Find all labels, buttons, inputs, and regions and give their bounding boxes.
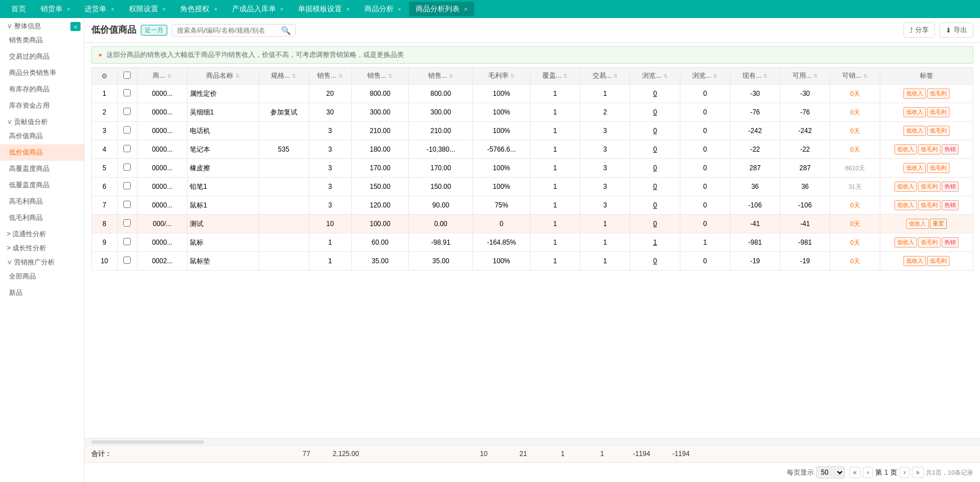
close-icon[interactable]: × bbox=[280, 6, 284, 12]
nav-roles[interactable]: 角色授权 × bbox=[173, 2, 224, 16]
col-cover[interactable]: 覆盖... ⇅ bbox=[530, 68, 580, 85]
row-checkbox[interactable] bbox=[123, 257, 131, 264]
row-checkbox-cell bbox=[117, 215, 137, 233]
sidebar-item-high-coverage[interactable]: 高覆盖度商品 bbox=[0, 161, 84, 177]
next-page-btn[interactable]: › bbox=[899, 467, 910, 478]
nav-purchase[interactable]: 进货单 × bbox=[78, 2, 121, 16]
share-button[interactable]: ⤴ 分享 bbox=[903, 23, 935, 38]
settings-icon[interactable]: ⚙ bbox=[101, 72, 108, 80]
browse-link[interactable]: 0 bbox=[653, 108, 657, 116]
row-qty: 3 bbox=[309, 178, 351, 196]
row-checkbox[interactable] bbox=[123, 219, 131, 227]
collapse-sidebar-btn[interactable]: « bbox=[70, 22, 81, 31]
footer-gross bbox=[419, 449, 464, 459]
browse-link[interactable]: 0 bbox=[653, 90, 657, 98]
col-settings[interactable]: ⚙ bbox=[92, 68, 118, 85]
scroll-track[interactable] bbox=[91, 440, 204, 444]
col-available[interactable]: 可用... ⇅ bbox=[780, 68, 830, 85]
row-gross: 100% bbox=[473, 103, 530, 122]
first-page-btn[interactable]: « bbox=[849, 467, 861, 478]
sidebar-item-high-margin[interactable]: 高毛利商品 bbox=[0, 193, 84, 210]
col-qty[interactable]: 销售... ⇅ bbox=[309, 68, 351, 85]
browse-link[interactable]: 0 bbox=[653, 127, 657, 135]
row-name: 铅笔1 bbox=[187, 178, 259, 196]
sidebar-item-inventory[interactable]: 有库存的商品 bbox=[0, 81, 84, 98]
sidebar-item-all-products[interactable]: 全部商品 bbox=[0, 268, 84, 285]
close-icon[interactable]: × bbox=[464, 6, 467, 12]
sellable-display: 8610天 bbox=[845, 165, 865, 171]
sidebar-item-category-rate[interactable]: 商品分类销售率 bbox=[0, 65, 84, 81]
sidebar-group-growth[interactable]: > 成长性分析 bbox=[0, 240, 84, 254]
last-page-btn[interactable]: » bbox=[912, 467, 924, 478]
row-checkbox[interactable] bbox=[123, 108, 131, 115]
select-all-checkbox[interactable] bbox=[123, 72, 131, 79]
sidebar-item-sales-products[interactable]: 销售类商品 bbox=[0, 32, 84, 48]
sidebar-item-low-value[interactable]: 低价值商品 bbox=[0, 144, 84, 161]
col-trade[interactable]: 交易... ⇅ bbox=[580, 68, 630, 85]
search-input[interactable] bbox=[177, 26, 279, 34]
row-code: 0000... bbox=[137, 140, 188, 159]
close-icon[interactable]: × bbox=[111, 6, 114, 12]
col-sellable[interactable]: 可销... ⇅ bbox=[830, 68, 880, 85]
row-checkbox[interactable] bbox=[123, 126, 131, 134]
prev-page-btn[interactable]: ‹ bbox=[863, 467, 873, 478]
per-page-select[interactable]: 50 100 200 bbox=[816, 466, 845, 479]
row-checkbox[interactable] bbox=[123, 201, 131, 208]
browse-link[interactable]: 0 bbox=[653, 145, 657, 153]
row-spec bbox=[259, 178, 309, 196]
col-browse1[interactable]: 浏览... ⇅ bbox=[630, 68, 680, 85]
tag-badge: 热销 bbox=[942, 200, 959, 210]
sidebar-group-contribution[interactable]: ∨ 贡献值分析 bbox=[0, 114, 84, 128]
col-gross[interactable]: 毛利率 ⇅ bbox=[473, 68, 530, 85]
sidebar-group-toggle[interactable]: ∨ 整体信息 bbox=[7, 21, 41, 31]
browse-link[interactable]: 0 bbox=[653, 183, 657, 191]
nav-permissions[interactable]: 权限设置 × bbox=[122, 2, 172, 16]
nav-template[interactable]: 单据模板设置 × bbox=[291, 2, 356, 16]
row-checkbox[interactable] bbox=[123, 238, 131, 245]
nav-product-in[interactable]: 产成品入库单 × bbox=[225, 2, 290, 16]
col-name[interactable]: 商品名称 ⇅ bbox=[187, 68, 259, 85]
nav-product-analysis[interactable]: 商品分析 × bbox=[358, 2, 408, 16]
sidebar-item-capital[interactable]: 库存资金占用 bbox=[0, 98, 84, 114]
browse-link[interactable]: 1 bbox=[653, 238, 657, 246]
col-code[interactable]: 商... ⇅ bbox=[137, 68, 188, 85]
search-icon[interactable]: 🔍 bbox=[281, 26, 291, 35]
col-browse2[interactable]: 浏览... ⇅ bbox=[680, 68, 730, 85]
browse-link[interactable]: 0 bbox=[653, 257, 657, 265]
nav-home[interactable]: 首页 bbox=[5, 2, 33, 16]
row-spec bbox=[259, 159, 309, 178]
horizontal-scrollbar[interactable] bbox=[84, 438, 980, 445]
close-icon[interactable]: × bbox=[346, 6, 350, 12]
close-icon[interactable]: × bbox=[67, 6, 70, 12]
row-checkbox[interactable] bbox=[123, 89, 131, 96]
sidebar-item-low-margin[interactable]: 低毛利商品 bbox=[0, 210, 84, 226]
row-browse2: 1 bbox=[680, 233, 730, 252]
sidebar-group-circulation[interactable]: > 流通性分析 bbox=[0, 226, 84, 240]
sidebar-item-low-coverage[interactable]: 低覆盖度商品 bbox=[0, 177, 84, 193]
close-icon[interactable]: × bbox=[214, 6, 217, 12]
browse-link[interactable]: 0 bbox=[653, 220, 657, 228]
row-tags: 低收入低毛利 bbox=[880, 103, 973, 122]
sidebar-group-marketing[interactable]: ∨ 营销推广分析 bbox=[0, 254, 84, 268]
browse-link[interactable]: 0 bbox=[653, 201, 657, 209]
col-current[interactable]: 现有... ⇅ bbox=[730, 68, 780, 85]
close-icon[interactable]: × bbox=[163, 6, 166, 12]
col-sale2[interactable]: 销售... ⇅ bbox=[409, 68, 473, 85]
row-index: 10 bbox=[92, 252, 118, 271]
sidebar-item-new-products[interactable]: 新品 bbox=[0, 285, 84, 301]
col-spec[interactable]: 规格... ⇅ bbox=[259, 68, 309, 85]
row-checkbox[interactable] bbox=[123, 182, 131, 189]
row-trade: 3 bbox=[580, 178, 630, 196]
sidebar-item-traded[interactable]: 交易过的商品 bbox=[0, 48, 84, 65]
nav-sales[interactable]: 销货单 × bbox=[34, 2, 77, 16]
sidebar-item-high-value[interactable]: 高价值商品 bbox=[0, 128, 84, 144]
close-icon[interactable]: × bbox=[398, 6, 401, 12]
row-qty: 3 bbox=[309, 122, 351, 140]
time-filter-tag[interactable]: 近一月 bbox=[141, 25, 167, 36]
col-sale1[interactable]: 销售... ⇅ bbox=[351, 68, 408, 85]
row-checkbox[interactable] bbox=[123, 145, 131, 152]
nav-product-analysis-list[interactable]: 商品分析列表 × bbox=[409, 2, 474, 16]
export-button[interactable]: ⬇ 导出 bbox=[939, 23, 973, 38]
row-checkbox[interactable] bbox=[123, 163, 131, 171]
browse-link[interactable]: 0 bbox=[653, 164, 657, 172]
